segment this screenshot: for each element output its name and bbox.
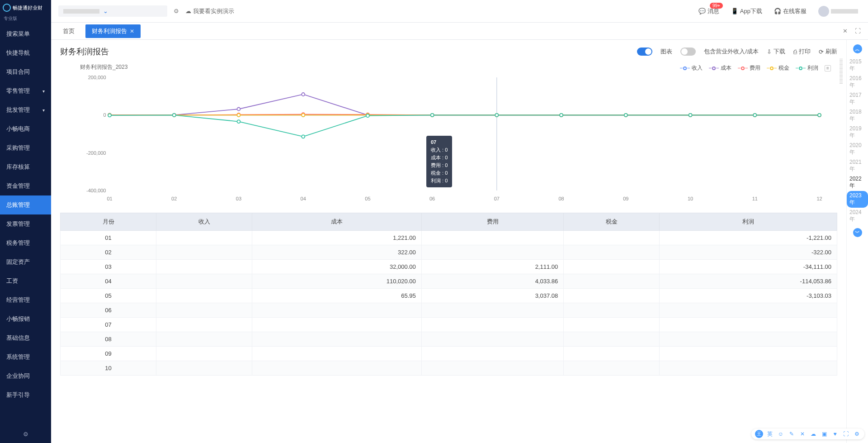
table-header: 费用 (421, 213, 563, 231)
sidebar-item[interactable]: 固定资产 (0, 252, 51, 272)
sidebar-item[interactable]: 小畅报销 (0, 310, 51, 329)
tab-close-all-icon[interactable]: ✕ (841, 26, 849, 36)
ime-button[interactable]: 英 (766, 430, 774, 438)
svg-text:10: 10 (688, 196, 693, 201)
year-up-icon[interactable]: ︽ (853, 44, 862, 53)
legend-item[interactable]: 利润 (796, 64, 818, 72)
gear-icon[interactable]: ⚙ (174, 8, 179, 14)
app-download-button[interactable]: 📱 App下载 (728, 5, 765, 17)
user-menu[interactable] (816, 4, 861, 19)
ime-button[interactable]: ☺ (777, 430, 785, 438)
legend-more-icon[interactable]: ≡ (825, 65, 831, 71)
sidebar-item[interactable]: 企业协同 (0, 367, 51, 386)
refresh-icon: ⟳ (819, 48, 824, 55)
year-item[interactable]: 2015年 (847, 57, 868, 74)
sidebar-item[interactable]: 快捷导航 (0, 43, 51, 62)
year-item[interactable]: 2024年 (847, 208, 868, 224)
table-row: 10 (61, 361, 837, 376)
sidebar-item[interactable]: 系统管理 (0, 348, 51, 367)
chevron-down-icon: ⌄ (103, 8, 108, 14)
year-item[interactable]: 2019年 (847, 124, 868, 141)
logo: 畅捷通好业财 (0, 0, 51, 15)
legend-item[interactable]: 税金 (767, 64, 789, 72)
svg-text:-400,000: -400,000 (86, 188, 106, 193)
sidebar-item[interactable]: 采购管理 (0, 138, 51, 157)
ime-button[interactable]: ✕ (798, 430, 807, 438)
svg-point-33 (302, 93, 305, 96)
ime-button[interactable]: 王 (755, 430, 763, 438)
table-row: 06 (61, 303, 837, 318)
demo-link[interactable]: ☁ 我要看实例演示 (185, 7, 234, 15)
tab-label: 财务利润报告 (92, 27, 127, 35)
year-item[interactable]: 2020年 (847, 141, 868, 157)
year-bar: ︽ 2015年2016年2017年2018年2019年2020年2021年202… (846, 40, 868, 443)
download-button[interactable]: ⇩下载 (767, 48, 785, 56)
sidebar-item[interactable]: 发票管理 (0, 214, 51, 233)
org-selector[interactable]: ⌄ (58, 5, 167, 17)
service-button[interactable]: 🎧 在线客服 (771, 5, 809, 17)
logo-icon (3, 4, 11, 12)
svg-point-67 (173, 114, 176, 117)
sidebar-item[interactable]: 零售管理▾ (0, 81, 51, 100)
messages-badge: 99+ (710, 3, 723, 9)
headset-icon: 🎧 (774, 8, 781, 14)
year-item[interactable]: 2023年 (847, 191, 868, 208)
tab-report[interactable]: 财务利润报告 ✕ (85, 24, 141, 38)
sidebar-item[interactable]: 小畅电商 (0, 119, 51, 138)
svg-point-77 (818, 114, 821, 117)
year-item[interactable]: 2021年 (847, 157, 868, 174)
app-label: App下载 (740, 7, 762, 15)
sidebar-item[interactable]: 基础信息 (0, 329, 51, 348)
svg-text:02: 02 (171, 196, 177, 201)
ime-button[interactable]: ▣ (820, 430, 828, 438)
messages-button[interactable]: 💬 消息 99+ (696, 5, 722, 17)
svg-point-73 (560, 114, 563, 117)
fullscreen-icon[interactable]: ⛶ (853, 26, 863, 36)
tab-home[interactable]: 首页 (57, 24, 81, 38)
year-item[interactable]: 2018年 (847, 107, 868, 124)
ime-button[interactable]: ✎ (788, 430, 796, 438)
drag-handle[interactable] (840, 59, 843, 84)
settings-gear-icon[interactable]: ⚙ (0, 425, 51, 443)
sidebar-item[interactable]: 税务管理 (0, 233, 51, 252)
sidebar-item[interactable]: 资金管理 (0, 176, 51, 195)
svg-point-74 (624, 114, 627, 117)
table-header: 收入 (156, 213, 252, 231)
sidebar-item[interactable]: 批发管理▾ (0, 100, 51, 119)
sidebar-item[interactable]: 搜索菜单 (0, 24, 51, 43)
message-icon: 💬 (698, 8, 706, 14)
chart-toggle[interactable] (637, 48, 652, 56)
ime-button[interactable]: ☁ (809, 430, 817, 438)
avatar (818, 6, 829, 17)
nav: 搜索菜单快捷导航项目合同零售管理▾批发管理▾小畅电商采购管理库存核算资金管理总账… (0, 24, 51, 425)
sidebar-item[interactable]: 经营管理 (0, 291, 51, 310)
year-item[interactable]: 2022年 (847, 174, 868, 191)
ime-bar[interactable]: 王英☺✎✕☁▣♥⛶⚙ (751, 429, 864, 439)
svg-point-66 (108, 114, 111, 117)
close-icon[interactable]: ✕ (130, 28, 134, 34)
legend-item[interactable]: 费用 (738, 64, 760, 72)
sidebar-item[interactable]: 工资 (0, 272, 51, 291)
chart-svg[interactable]: -400,000-200,0000200,0000102030405060708… (60, 73, 837, 204)
download-icon: ⇩ (767, 48, 772, 55)
ime-button[interactable]: ♥ (831, 430, 839, 438)
sidebar-item[interactable]: 库存核算 (0, 157, 51, 176)
include-toggle[interactable] (680, 48, 696, 56)
print-button[interactable]: ⎙打印 (793, 48, 811, 56)
refresh-button[interactable]: ⟳刷新 (819, 48, 837, 56)
cloud-icon: ☁ (185, 8, 191, 14)
table-header: 税金 (564, 213, 660, 231)
sidebar-item[interactable]: 项目合同 (0, 62, 51, 81)
year-item[interactable]: 2016年 (847, 74, 868, 91)
ime-button[interactable]: ⛶ (842, 430, 850, 438)
sidebar-item[interactable]: 总账管理 (0, 195, 51, 214)
sidebar-item[interactable]: 新手引导 (0, 386, 51, 405)
ime-button[interactable]: ⚙ (853, 430, 861, 438)
legend-item[interactable]: 收入 (680, 64, 703, 72)
year-down-icon[interactable]: ︾ (853, 228, 862, 237)
legend-item[interactable]: 成本 (709, 64, 731, 72)
svg-point-71 (431, 114, 434, 117)
svg-point-69 (302, 135, 305, 138)
svg-text:12: 12 (816, 196, 822, 201)
year-item[interactable]: 2017年 (847, 91, 868, 107)
